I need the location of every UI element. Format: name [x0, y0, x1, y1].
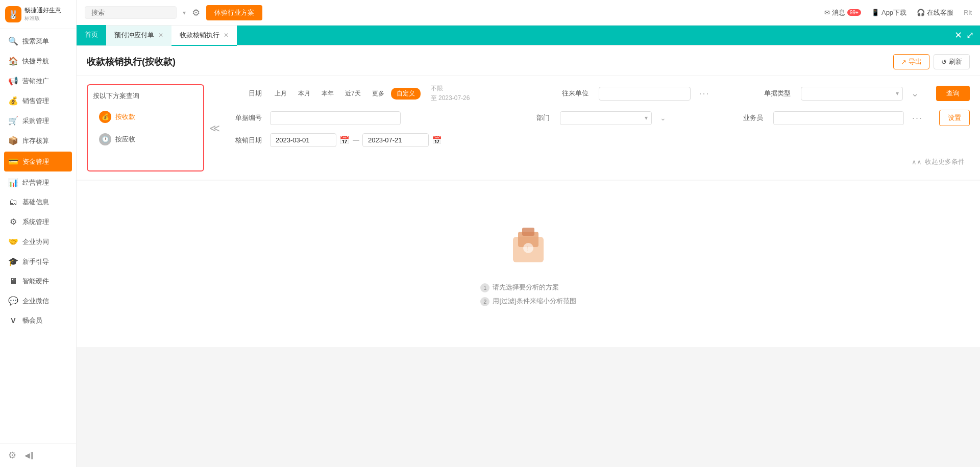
inventory-icon: 📦: [8, 136, 18, 145]
docnum-input[interactable]: [270, 111, 401, 125]
sidebar-item-purchase[interactable]: 🛒 采购管理: [0, 111, 76, 131]
staff-input[interactable]: [773, 111, 904, 125]
user-name: Rit: [964, 9, 972, 16]
page-title: 收款核销执行(按收款): [87, 56, 176, 68]
doctype-more-icon[interactable]: ⌄: [911, 88, 920, 99]
tip-num-2: 2: [480, 297, 489, 306]
filter-row-2: 单据编号 部门 ⌄ 业务员 ···: [231, 110, 970, 126]
filter-option-by-receivable[interactable]: 🕐 按应收: [93, 129, 198, 150]
tip-text-1: 请先选择要分析的方案: [493, 283, 559, 292]
service-button[interactable]: 🎧 在线客服: [917, 8, 953, 17]
message-icon: ✉: [824, 9, 830, 16]
tab-prepay-close[interactable]: ✕: [158, 32, 163, 39]
sidebar-item-marketing[interactable]: 📢 营销推广: [0, 71, 76, 91]
query-button[interactable]: 查询: [936, 86, 970, 101]
sidebar-item-label: 采购管理: [22, 116, 49, 126]
sidebar-item-inventory[interactable]: 📦 库存核算: [0, 131, 76, 151]
dept-dropdown-icon[interactable]: ⌄: [660, 114, 667, 122]
dept-label: 部门: [536, 113, 550, 122]
date-label: 日期: [231, 89, 262, 98]
filter-panel: 按以下方案查询 💰 按收款 🕐 按应收: [87, 84, 204, 171]
collapse-more-button[interactable]: ∧∧ 收起更多条件: [906, 152, 970, 171]
verify-date-start[interactable]: [270, 133, 336, 147]
wechat-icon: 💬: [8, 296, 18, 306]
date-opt-this-year[interactable]: 本年: [317, 88, 338, 100]
date-opt-7days[interactable]: 近7天: [340, 88, 365, 100]
partner-input[interactable]: [599, 87, 691, 101]
page-header-actions: ↗ 导出 ↺ 刷新: [893, 54, 970, 69]
user-avatar[interactable]: Rit: [964, 9, 972, 16]
sidebar-item-sales[interactable]: 💰 销售管理: [0, 91, 76, 111]
refresh-button[interactable]: ↺ 刷新: [934, 54, 970, 69]
tab-collection-close[interactable]: ✕: [224, 32, 229, 39]
sidebar-item-label: 资金管理: [22, 157, 49, 166]
guide-icon: 🎓: [8, 257, 18, 266]
sidebar: 🐰 畅捷通好生意 标准版 🔍 搜索菜单 🏠 快捷导航 📢 营销推广 💰 销售管理…: [0, 0, 77, 467]
filter-option-by-receipt[interactable]: 💰 按收款: [93, 107, 198, 127]
date-to-value: 至 2023-07-26: [431, 94, 470, 103]
sidebar-item-label: 企业微信: [22, 297, 49, 306]
main-area: ▾ ⚙ 体验行业方案 ✉ 消息 99+ 📱 App下载 🎧 在线客服 Rit: [77, 0, 980, 467]
export-button[interactable]: ↗ 导出: [893, 54, 929, 69]
verify-date-end[interactable]: [362, 133, 429, 147]
sidebar-item-base[interactable]: 🗂 基础信息: [0, 192, 76, 212]
sales-icon: 💰: [8, 96, 18, 106]
settings-icon[interactable]: ⚙: [8, 450, 16, 461]
sidebar-item-system[interactable]: ⚙ 系统管理: [0, 212, 76, 232]
settings-gear-icon[interactable]: ⚙: [192, 7, 200, 18]
sidebar-item-guide[interactable]: 🎓 新手引导: [0, 252, 76, 272]
tab-home[interactable]: 首页: [77, 25, 106, 45]
calendar-start-icon[interactable]: 📅: [339, 135, 350, 145]
collapse-sidebar-icon[interactable]: ◀‖: [24, 451, 34, 459]
filter-option-receivable-label: 按应收: [115, 135, 135, 144]
sidebar-item-label: 基础信息: [22, 198, 49, 207]
sidebar-item-enterprise[interactable]: 🤝 企业协同: [0, 232, 76, 252]
sidebar-item-hardware[interactable]: 🖥 智能硬件: [0, 272, 76, 291]
doctype-select[interactable]: [801, 87, 903, 101]
partner-more-icon[interactable]: ···: [699, 88, 709, 99]
tab-collection-label: 收款核销执行: [180, 31, 219, 40]
filter-row-1: 日期 上月 本月 本年 近7天 更多 自定义 不限 至 2023-07-26: [231, 84, 970, 103]
sidebar-item-funds[interactable]: 💳 资金管理: [4, 152, 72, 171]
panel-collapse-icon[interactable]: ≪: [206, 122, 223, 134]
close-window-icon[interactable]: ✕: [954, 30, 962, 41]
calendar-end-icon[interactable]: 📅: [432, 135, 442, 145]
tab-prepay[interactable]: 预付冲应付单 ✕: [106, 26, 172, 46]
empty-tip-1: 1 请先选择要分析的方案: [480, 283, 576, 292]
tab-collection[interactable]: 收款核销执行 ✕: [172, 26, 237, 46]
receipt-icon: 💰: [99, 111, 111, 123]
refresh-icon: ↺: [941, 58, 947, 66]
setting-button[interactable]: 设置: [939, 110, 970, 126]
sidebar-item-label: 畅会员: [22, 316, 42, 325]
page-content: 收款核销执行(按收款) ↗ 导出 ↺ 刷新 按以下方案查询 💰 按收款: [77, 46, 980, 467]
sidebar-item-operations[interactable]: 📊 经营管理: [0, 173, 76, 192]
search-input[interactable]: [85, 6, 177, 19]
staff-more-icon[interactable]: ···: [912, 113, 923, 124]
filter-option-receipt-label: 按收款: [115, 112, 135, 121]
staff-label: 业务员: [743, 113, 763, 122]
date-opt-this-month[interactable]: 本月: [293, 88, 315, 100]
date-opt-custom[interactable]: 自定义: [391, 88, 421, 100]
sidebar-item-member[interactable]: V 畅会员: [0, 311, 76, 330]
maximize-window-icon[interactable]: ⤢: [966, 30, 974, 41]
app-icon: 📱: [871, 9, 879, 16]
topbar-actions: ✉ 消息 99+ 📱 App下载 🎧 在线客服 Rit: [824, 8, 972, 17]
empty-tip-2: 2 用[过滤]条件来缩小分析范围: [480, 297, 576, 306]
sidebar-item-search[interactable]: 🔍 搜索菜单: [0, 31, 76, 51]
sidebar-item-quicknav[interactable]: 🏠 快捷导航: [0, 51, 76, 71]
hardware-icon: 🖥: [8, 277, 18, 286]
member-icon: V: [8, 316, 18, 325]
docnum-label: 单据编号: [231, 113, 262, 122]
sidebar-item-wechat[interactable]: 💬 企业微信: [0, 291, 76, 311]
dept-select[interactable]: [560, 111, 652, 125]
collapse-label: 收起更多条件: [925, 157, 965, 166]
solution-button[interactable]: 体验行业方案: [206, 5, 262, 20]
date-options: 上月 本月 本年 近7天 更多 自定义: [270, 88, 421, 100]
sidebar-bottom: ⚙ ◀‖: [0, 443, 76, 467]
logo-name: 畅捷通好生意: [24, 7, 61, 15]
date-opt-last-month[interactable]: 上月: [270, 88, 291, 100]
export-icon: ↗: [901, 58, 906, 66]
date-opt-more[interactable]: 更多: [368, 88, 389, 100]
app-download-button[interactable]: 📱 App下载: [871, 8, 906, 17]
message-button[interactable]: ✉ 消息 99+: [824, 8, 861, 17]
